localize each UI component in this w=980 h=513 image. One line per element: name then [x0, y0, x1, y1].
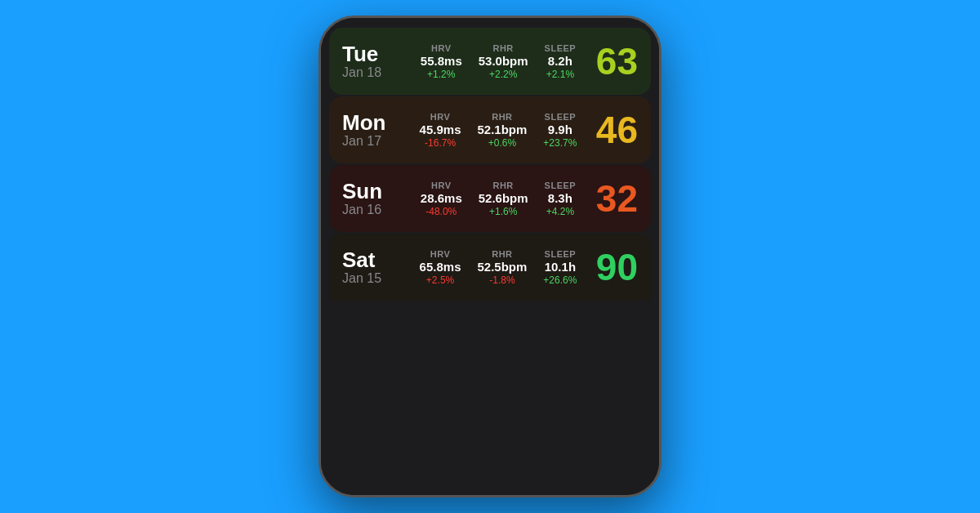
score-sun: 32: [581, 176, 638, 221]
metrics-tue: HRV 55.8ms +1.2% RHR 53.0bpm +2.2% SLEEP…: [416, 43, 581, 80]
rhr-value-sat: 52.5bpm: [477, 260, 527, 274]
hrv-metric-sat: HRV 65.8ms +2.5%: [420, 249, 461, 286]
hrv-value-sun: 28.6ms: [421, 191, 462, 205]
day-card-mon[interactable]: Mon Jan 17 HRV 45.9ms -16.7% RHR 52.1bpm…: [329, 96, 651, 163]
sleep-label-mon: SLEEP: [545, 112, 577, 122]
score-mon: 46: [581, 108, 638, 152]
hrv-label-sun: HRV: [431, 181, 452, 190]
hrv-value-sat: 65.8ms: [420, 260, 461, 274]
rhr-value-sun: 52.6bpm: [479, 191, 528, 205]
sleep-value-tue: 8.2h: [548, 54, 572, 68]
sleep-label-sun: SLEEP: [545, 181, 577, 190]
hrv-change-sun: -48.0%: [425, 206, 457, 217]
screen: Tue Jan 18 HRV 55.8ms +1.2% RHR 53.0bpm …: [321, 18, 659, 495]
day-date-sun: Jan 16: [342, 203, 416, 217]
day-date-mon: Jan 17: [342, 134, 416, 149]
day-card-sat[interactable]: Sat Jan 15 HRV 65.8ms +2.5% RHR 52.5bpm …: [329, 234, 651, 301]
rhr-change-tue: +2.2%: [489, 69, 517, 80]
sleep-label-tue: SLEEP: [545, 43, 577, 53]
rhr-value-tue: 53.0bpm: [479, 54, 528, 68]
day-date-tue: Jan 18: [342, 65, 416, 80]
metrics-mon: HRV 45.9ms -16.7% RHR 52.1bpm +0.6% SLEE…: [416, 112, 581, 149]
hrv-label-tue: HRV: [431, 43, 452, 53]
phone-frame: Tue Jan 18 HRV 55.8ms +1.2% RHR 53.0bpm …: [318, 16, 662, 497]
rhr-metric-tue: RHR 53.0bpm +2.2%: [479, 43, 528, 80]
day-date-sat: Jan 15: [342, 271, 416, 286]
hrv-value-tue: 55.8ms: [421, 54, 462, 68]
hrv-label-mon: HRV: [430, 112, 451, 122]
day-name-tue: Tue: [342, 42, 416, 66]
sleep-label-sat: SLEEP: [545, 249, 577, 259]
sleep-metric-mon: SLEEP 9.9h +23.7%: [543, 112, 577, 149]
day-card-sun[interactable]: Sun Jan 16 HRV 28.6ms -48.0% RHR 52.6bpm…: [329, 165, 651, 232]
sleep-change-tue: +2.1%: [546, 69, 574, 80]
sleep-value-sat: 10.1h: [545, 260, 576, 274]
day-card-tue[interactable]: Tue Jan 18 HRV 55.8ms +1.2% RHR 53.0bpm …: [329, 28, 651, 95]
rhr-change-sun: +1.6%: [489, 206, 517, 217]
day-info-sun: Sun Jan 16: [342, 180, 416, 218]
metrics-sun: HRV 28.6ms -48.0% RHR 52.6bpm +1.6% SLEE…: [416, 181, 581, 217]
hrv-label-sat: HRV: [430, 249, 451, 259]
day-name-mon: Mon: [342, 111, 416, 135]
rhr-label-sun: RHR: [492, 181, 513, 190]
score-sat: 90: [581, 245, 638, 289]
hrv-change-sat: +2.5%: [426, 274, 454, 286]
sleep-change-mon: +23.7%: [543, 137, 577, 149]
hrv-value-mon: 45.9ms: [420, 123, 461, 136]
sleep-metric-tue: SLEEP 8.2h +2.1%: [545, 43, 577, 80]
rhr-change-sat: -1.8%: [489, 274, 514, 286]
hrv-metric-sun: HRV 28.6ms -48.0%: [421, 181, 462, 217]
score-tue: 63: [581, 39, 638, 83]
rhr-value-mon: 52.1bpm: [477, 123, 527, 136]
day-info-tue: Tue Jan 18: [342, 42, 416, 81]
sleep-change-sat: +26.6%: [543, 274, 577, 286]
day-info-mon: Mon Jan 17: [342, 111, 416, 149]
rhr-metric-sat: RHR 52.5bpm -1.8%: [477, 249, 527, 286]
hrv-change-mon: -16.7%: [425, 137, 456, 149]
rhr-label-sat: RHR: [492, 249, 512, 259]
rhr-metric-mon: RHR 52.1bpm +0.6%: [477, 112, 527, 149]
sleep-metric-sun: SLEEP 8.3h +4.2%: [545, 181, 577, 217]
hrv-change-tue: +1.2%: [427, 69, 455, 80]
sleep-change-sun: +4.2%: [546, 206, 574, 217]
day-name-sat: Sat: [342, 248, 416, 272]
rhr-label-mon: RHR: [492, 112, 512, 122]
metrics-sat: HRV 65.8ms +2.5% RHR 52.5bpm -1.8% SLEEP…: [416, 249, 581, 286]
sleep-value-sun: 8.3h: [548, 191, 572, 205]
rhr-label-tue: RHR: [492, 43, 513, 53]
day-name-sun: Sun: [342, 180, 416, 203]
hrv-metric-mon: HRV 45.9ms -16.7%: [420, 112, 461, 149]
rhr-metric-sun: RHR 52.6bpm +1.6%: [479, 181, 528, 217]
sleep-value-mon: 9.9h: [548, 123, 572, 136]
day-info-sat: Sat Jan 15: [342, 248, 416, 287]
hrv-metric-tue: HRV 55.8ms +1.2%: [421, 43, 462, 80]
sleep-metric-sat: SLEEP 10.1h +26.6%: [543, 249, 577, 286]
rhr-change-mon: +0.6%: [488, 137, 516, 149]
